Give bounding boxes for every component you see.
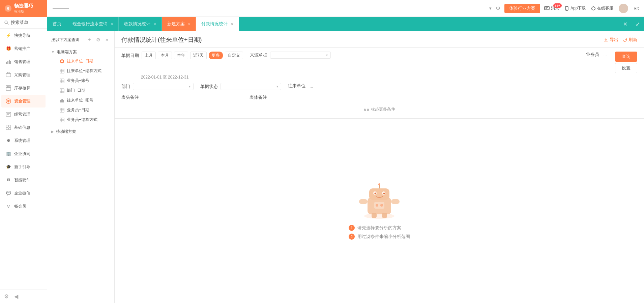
sidebar-item-yingxiao[interactable]: 🎁 营销推广 xyxy=(1,42,46,55)
add-scheme-icon[interactable]: + xyxy=(86,36,93,43)
sidebar-bottom: ⚙ ◀ xyxy=(0,290,47,303)
table-icon-2 xyxy=(59,78,65,84)
svg-rect-15 xyxy=(6,125,8,127)
mobile-group-header[interactable]: ▶ 移动端方案 xyxy=(51,127,110,136)
collapse-panel-icon[interactable]: « xyxy=(104,36,110,43)
system-icon: ⚙ xyxy=(5,138,11,144)
filter-row-1: 单据日期 上月 本月 本年 近7天 更多 自定义 来源单据 xyxy=(121,52,637,73)
source-select[interactable]: ▾ xyxy=(270,52,331,59)
tab-bank-close[interactable]: × xyxy=(111,22,113,26)
expand-icon[interactable]: ⤢ xyxy=(632,21,644,27)
tab-receipts-close[interactable]: × xyxy=(154,22,156,26)
close-all-icon[interactable]: ✕ xyxy=(619,21,632,27)
empty-state: 1 请先选择要分析的方案 2 用过滤条件来缩小分析范围 xyxy=(115,119,644,303)
page-title: 付款情况统计(往来单位+日期) xyxy=(121,36,202,44)
headset-icon xyxy=(591,6,596,11)
sidebar-item-kucun[interactable]: 库存核算 xyxy=(1,82,46,94)
filter-row-3: 表头备注 表体备注 xyxy=(121,93,637,101)
tab-receipts[interactable]: 收款情况统计 × xyxy=(119,17,162,31)
message-badge: 99+ xyxy=(553,3,562,8)
note-body-input[interactable] xyxy=(270,93,371,101)
collapse-label: 收起更多条件 xyxy=(371,107,395,112)
scheme-settings-icon[interactable]: ⚙ xyxy=(95,36,101,43)
refresh-icon xyxy=(622,37,627,42)
sidebar-item-qiye[interactable]: 🏢 企业协同 xyxy=(1,147,46,160)
more-btn[interactable]: 更多 xyxy=(209,52,223,59)
sidebar-item-label: 智能硬件 xyxy=(14,177,30,183)
scheme-staff-date[interactable]: 业务员+日期 xyxy=(51,105,110,115)
query-button[interactable]: 查询 xyxy=(615,52,637,62)
topbar-title: ———— xyxy=(53,6,485,11)
staff-dots: ... xyxy=(603,52,607,57)
trial-button[interactable]: 体验行业方案 xyxy=(504,4,540,13)
sidebar-item-weixin[interactable]: 💬 企业微信 xyxy=(1,187,46,200)
svg-point-65 xyxy=(376,204,378,207)
tab-payment[interactable]: 付款情况统计 × xyxy=(196,17,239,31)
collapse-sidebar-icon[interactable]: ◀ xyxy=(14,293,18,300)
sidebar-search[interactable]: 搜索菜单 xyxy=(0,17,47,29)
scheme-company-account[interactable]: 往来单位+账号 xyxy=(51,95,110,105)
sidebar-item-zijin[interactable]: 资金管理 xyxy=(1,95,46,108)
tab-bank[interactable]: 现金银行流水查询 × xyxy=(67,17,119,31)
filter-area: 单据日期 上月 本月 本年 近7天 更多 自定义 来源单据 xyxy=(115,48,644,119)
status-select[interactable]: ▾ xyxy=(221,83,281,90)
last-7days-btn[interactable]: 近7天 xyxy=(190,52,207,59)
note-header-input[interactable] xyxy=(142,93,243,101)
custom-btn[interactable]: 自定义 xyxy=(225,52,243,59)
desktop-group-header[interactable]: ▼ 电脑端方案 xyxy=(51,48,110,56)
scheme-company-date[interactable]: 往来单位+日期 xyxy=(51,56,110,66)
robot-illustration xyxy=(357,182,401,219)
date-options: 上月 本月 本年 近7天 更多 自定义 xyxy=(142,52,243,59)
sidebar-item-hui[interactable]: V 畅会员 xyxy=(1,200,46,213)
staff-filter: 业务员 ... xyxy=(586,52,608,58)
sidebar-item-jingying[interactable]: 经营管理 xyxy=(1,108,46,121)
scheme-staff-account[interactable]: 业务员+账号 xyxy=(51,76,110,86)
set-button[interactable]: 设置 xyxy=(615,63,637,73)
messages-button[interactable]: 消息 99+ xyxy=(544,5,559,11)
scheme-dept-date[interactable]: 部门+日期 xyxy=(51,86,110,95)
scheme-staff-settle[interactable]: 业务员+结算方式 xyxy=(51,115,110,125)
tabbar-right: ✕ ⤢ xyxy=(619,17,644,31)
tab-payment-close[interactable]: × xyxy=(231,22,233,26)
sidebar-item-kuaijie[interactable]: ⚡ 快捷导航 xyxy=(1,29,46,42)
dropdown-arrow[interactable]: ▾ xyxy=(489,6,492,11)
dept-select[interactable]: ▾ xyxy=(133,83,194,90)
username-label[interactable]: Rit xyxy=(634,6,639,11)
refresh-button[interactable]: 刷新 xyxy=(622,37,637,43)
svg-rect-7 xyxy=(10,61,11,64)
tab-new-close[interactable]: × xyxy=(188,22,190,26)
scheme-dept-date-label: 部门+日期 xyxy=(67,88,85,93)
this-year-btn[interactable]: 本年 xyxy=(174,52,188,59)
svg-rect-24 xyxy=(595,8,595,9)
export-button[interactable]: 导出 xyxy=(604,37,618,43)
tab-home[interactable]: 首页 xyxy=(47,17,67,31)
tab-new[interactable]: 新建方案 × xyxy=(162,17,196,31)
sidebar-item-xitong[interactable]: ⚙ 系统管理 xyxy=(1,134,46,147)
date-range-display: 2022-01-01 至 2022-12-31 xyxy=(121,74,637,80)
finance-icon xyxy=(5,98,11,104)
sidebar-item-jichu[interactable]: 基础信息 xyxy=(1,121,46,134)
basic-icon xyxy=(5,124,11,130)
sidebar-item-caigou[interactable]: 采购管理 xyxy=(1,68,46,81)
collapse-button[interactable]: ∧∧ 收起更多条件 xyxy=(121,104,637,114)
scheme-company-settle[interactable]: 往来单位+结算方式 xyxy=(51,66,110,76)
sidebar-item-label: 营销推广 xyxy=(14,46,30,52)
last-month-btn[interactable]: 上月 xyxy=(142,52,156,59)
sidebar-item-xiaoshou[interactable]: 销售管理 xyxy=(1,55,46,68)
app-download-button[interactable]: App下载 xyxy=(564,5,586,11)
settings-bottom-icon[interactable]: ⚙ xyxy=(4,293,9,300)
tab-receipts-label: 收款情况统计 xyxy=(124,21,150,27)
sidebar-item-zhineng[interactable]: 🖥 智能硬件 xyxy=(1,174,46,186)
svg-rect-41 xyxy=(62,99,63,102)
sidebar-item-label: 基础信息 xyxy=(14,125,30,130)
message-icon xyxy=(544,6,550,11)
sidebar-item-xinshou[interactable]: 🎓 新手引导 xyxy=(1,160,46,173)
collapse-up-icon: ∧∧ xyxy=(363,107,370,112)
svg-rect-42 xyxy=(63,100,64,102)
topbar-settings-icon[interactable]: ⚙ xyxy=(496,5,500,11)
online-service-button[interactable]: 在线客服 xyxy=(591,5,613,11)
this-month-btn[interactable]: 本月 xyxy=(158,52,172,59)
sidebar-item-label: 库存核算 xyxy=(14,85,30,91)
mobile-group: ▶ 移动端方案 xyxy=(47,126,114,137)
sidebar-item-label: 快捷导航 xyxy=(14,33,30,38)
